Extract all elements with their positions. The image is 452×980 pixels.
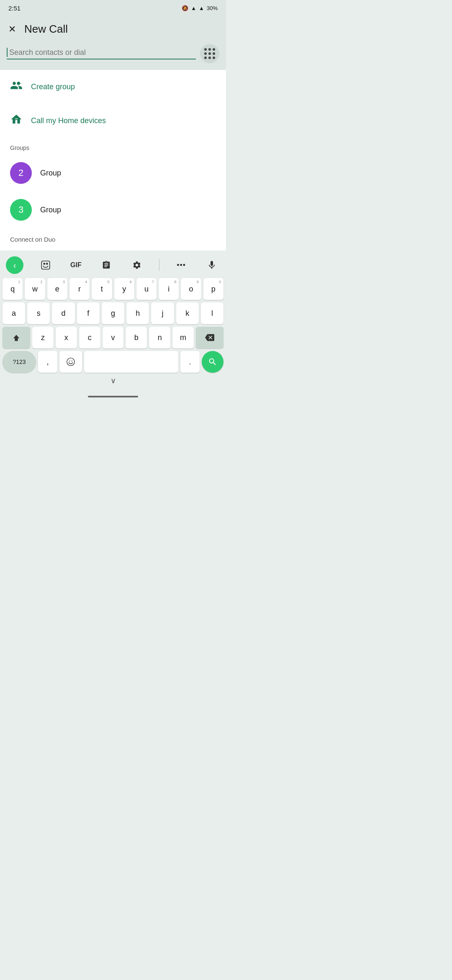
group-item[interactable]: 3 Group xyxy=(0,191,226,228)
bottom-bar xyxy=(0,389,226,404)
key-p[interactable]: p0 xyxy=(203,278,223,300)
connect-duo-section: Connect on Duo xyxy=(0,228,226,250)
comma-key[interactable]: , xyxy=(38,351,57,373)
key-t[interactable]: t5 xyxy=(92,278,112,300)
key-h[interactable]: h xyxy=(126,302,149,324)
svg-point-3 xyxy=(46,263,47,264)
svg-point-0 xyxy=(15,120,17,121)
key-k[interactable]: k xyxy=(176,302,199,324)
key-b[interactable]: b xyxy=(126,327,147,348)
keyboard: ‹ GIF ••• xyxy=(0,250,226,389)
main-content: Create group Call my Home devices Groups… xyxy=(0,70,226,250)
signal-icon: ▲ xyxy=(199,5,204,11)
key-x[interactable]: x xyxy=(56,327,77,348)
search-input-wrapper[interactable] xyxy=(7,48,196,59)
toolbar-separator xyxy=(159,259,159,271)
svg-point-5 xyxy=(69,361,70,361)
call-home-label: Call my Home devices xyxy=(31,116,106,125)
svg-point-6 xyxy=(72,361,72,361)
close-button[interactable]: ✕ xyxy=(8,24,16,35)
key-e[interactable]: e3 xyxy=(47,278,67,300)
key-j[interactable]: j xyxy=(151,302,174,324)
num-sym-key[interactable]: ?123 xyxy=(3,351,36,373)
key-l[interactable]: l xyxy=(201,302,223,324)
chevron-down-icon[interactable]: ∨ xyxy=(110,376,116,385)
key-a[interactable]: a xyxy=(3,302,25,324)
dialpad-icon xyxy=(204,48,215,59)
key-g[interactable]: g xyxy=(102,302,124,324)
sticker-button[interactable] xyxy=(37,257,54,273)
search-key[interactable] xyxy=(202,351,223,373)
dialpad-button[interactable] xyxy=(200,44,219,63)
home-indicator xyxy=(88,396,138,397)
gif-button[interactable]: GIF xyxy=(67,257,84,273)
key-f[interactable]: f xyxy=(77,302,100,324)
status-right-icons: 🔕 ▲ ▲ 30% xyxy=(182,5,218,11)
create-group-label: Create group xyxy=(31,83,75,91)
group-name-2: Group xyxy=(40,169,61,178)
backspace-key[interactable] xyxy=(196,327,223,348)
groups-section-header: Groups xyxy=(0,138,226,155)
svg-rect-1 xyxy=(41,261,50,269)
key-y[interactable]: y6 xyxy=(114,278,134,300)
cursor xyxy=(7,48,8,57)
group-add-icon xyxy=(10,79,23,95)
shift-key[interactable] xyxy=(3,327,30,348)
svg-point-2 xyxy=(44,263,45,264)
search-input[interactable] xyxy=(9,48,196,57)
key-m[interactable]: m xyxy=(172,327,194,348)
period-key[interactable]: . xyxy=(180,351,200,373)
key-r[interactable]: r4 xyxy=(69,278,90,300)
key-q[interactable]: q1 xyxy=(3,278,23,300)
battery-text: 30% xyxy=(207,5,218,11)
key-row-4: ?123 , . xyxy=(3,351,223,373)
wifi-icon: ▲ xyxy=(191,5,196,11)
key-w[interactable]: w2 xyxy=(25,278,45,300)
home-icon xyxy=(10,113,23,129)
key-row-2: a s d f g h j k l xyxy=(3,302,223,324)
status-time: 2:51 xyxy=(8,5,21,12)
key-o[interactable]: o9 xyxy=(181,278,201,300)
key-v[interactable]: v xyxy=(103,327,124,348)
key-d[interactable]: d xyxy=(52,302,74,324)
key-c[interactable]: c xyxy=(79,327,100,348)
page-header: ✕ New Call xyxy=(0,16,226,44)
key-row-3: z x c v b n m xyxy=(3,327,223,348)
key-i[interactable]: i8 xyxy=(159,278,179,300)
group-avatar-2: 2 xyxy=(10,162,32,184)
emoji-key[interactable] xyxy=(59,351,82,373)
key-s[interactable]: s xyxy=(27,302,50,324)
more-button[interactable]: ••• xyxy=(173,257,190,273)
group-name-3: Group xyxy=(40,206,61,214)
group-item[interactable]: 2 Group xyxy=(0,155,226,191)
space-key[interactable] xyxy=(84,351,178,373)
status-bar: 2:51 🔕 ▲ ▲ 30% xyxy=(0,0,226,16)
key-u[interactable]: u7 xyxy=(136,278,157,300)
clipboard-button[interactable] xyxy=(98,257,115,273)
key-row-1: q1 w2 e3 r4 t5 y6 u7 i8 o9 p0 xyxy=(3,278,223,300)
group-avatar-3: 3 xyxy=(10,199,32,221)
mute-icon: 🔕 xyxy=(182,5,188,11)
page-title: New Call xyxy=(24,23,68,36)
key-n[interactable]: n xyxy=(149,327,170,348)
mic-button[interactable] xyxy=(203,257,220,273)
keyboard-rows: q1 w2 e3 r4 t5 y6 u7 i8 o9 p0 a s d f g … xyxy=(2,278,224,373)
key-z[interactable]: z xyxy=(32,327,54,348)
keyboard-back-button[interactable]: ‹ xyxy=(6,256,23,274)
call-home-item[interactable]: Call my Home devices xyxy=(0,104,226,138)
keyboard-toolbar: ‹ GIF ••• xyxy=(2,254,224,278)
settings-button[interactable] xyxy=(128,257,145,273)
search-bar xyxy=(0,44,226,70)
svg-point-4 xyxy=(67,358,74,366)
create-group-item[interactable]: Create group xyxy=(0,70,226,104)
